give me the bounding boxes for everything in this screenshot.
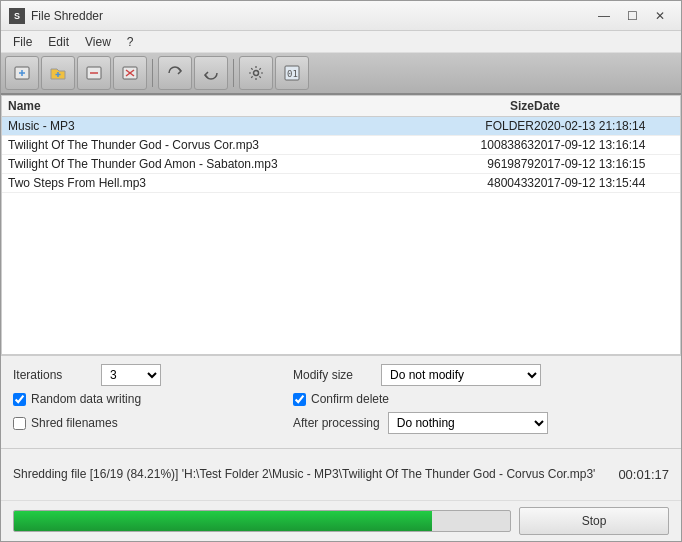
main-window: S File Shredder — ☐ ✕ File Edit View ?: [0, 0, 682, 542]
menu-edit[interactable]: Edit: [40, 33, 77, 51]
menu-bar: File Edit View ?: [1, 31, 681, 53]
settings-button[interactable]: [239, 56, 273, 90]
confirm-delete-label[interactable]: Confirm delete: [293, 392, 389, 406]
minimize-button[interactable]: —: [591, 6, 617, 26]
modify-size-group: Modify size Do not modify Reduce to zero…: [293, 364, 669, 386]
svg-text:01: 01: [287, 69, 298, 79]
window-title: File Shredder: [31, 9, 591, 23]
file-size: 4800433: [434, 176, 534, 190]
maximize-button[interactable]: ☐: [619, 6, 645, 26]
stop-button[interactable]: Stop: [519, 507, 669, 535]
iterations-select[interactable]: 3 1 2 4 5 7 10 35: [101, 364, 161, 386]
file-name: Music - MP3: [8, 119, 434, 133]
col-date-header: Date: [534, 99, 674, 113]
status-panel: Shredding file [16/19 (84.21%)] 'H:\Test…: [1, 448, 681, 500]
clear-button[interactable]: [113, 56, 147, 90]
file-size: 10083863: [434, 138, 534, 152]
title-bar: S File Shredder — ☐ ✕: [1, 1, 681, 31]
random-data-group: Random data writing: [13, 392, 293, 406]
iterations-label: Iterations: [13, 368, 93, 382]
menu-view[interactable]: View: [77, 33, 119, 51]
toolbar-separator-2: [233, 59, 234, 87]
file-date: 2020-02-13 21:18:14: [534, 119, 674, 133]
toolbar-separator-1: [152, 59, 153, 87]
file-name: Two Steps From Hell.mp3: [8, 176, 434, 190]
svg-point-10: [254, 71, 259, 76]
modify-size-select[interactable]: Do not modify Reduce to zero Random size: [381, 364, 541, 386]
file-row[interactable]: Two Steps From Hell.mp3 4800433 2017-09-…: [2, 174, 680, 193]
random-data-checkbox[interactable]: [13, 393, 26, 406]
confirm-delete-group: Confirm delete: [293, 392, 669, 406]
file-row[interactable]: Music - MP3 FOLDER 2020-02-13 21:18:14: [2, 117, 680, 136]
shred-filenames-checkbox[interactable]: [13, 417, 26, 430]
col-size-header: Size: [434, 99, 534, 113]
status-text: Shredding file [16/19 (84.21%)] 'H:\Test…: [13, 466, 597, 483]
iterations-group: Iterations 3 1 2 4 5 7 10 35: [13, 364, 293, 386]
options-row-2: Random data writing Confirm delete: [13, 392, 669, 406]
remove-button[interactable]: [77, 56, 111, 90]
shred-filenames-label[interactable]: Shred filenames: [13, 416, 118, 430]
file-date: 2017-09-12 13:16:15: [534, 157, 674, 171]
close-button[interactable]: ✕: [647, 6, 673, 26]
menu-file[interactable]: File: [5, 33, 40, 51]
file-list-header: Name Size Date: [2, 96, 680, 117]
file-row[interactable]: Twilight Of The Thunder God - Corvus Cor…: [2, 136, 680, 155]
after-processing-label: After processing: [293, 416, 380, 430]
menu-help[interactable]: ?: [119, 33, 142, 51]
info-button[interactable]: 01: [275, 56, 309, 90]
add-files-button[interactable]: [5, 56, 39, 90]
after-processing-group: After processing Do nothing Shutdown Res…: [293, 412, 669, 434]
file-size: FOLDER: [434, 119, 534, 133]
after-processing-select[interactable]: Do nothing Shutdown Restart Hibernate Sl…: [388, 412, 548, 434]
status-time: 00:01:17: [609, 467, 669, 482]
options-row-1: Iterations 3 1 2 4 5 7 10 35 Modify size…: [13, 364, 669, 386]
col-name-header: Name: [8, 99, 434, 113]
file-date: 2017-09-12 13:15:44: [534, 176, 674, 190]
options-panel: Iterations 3 1 2 4 5 7 10 35 Modify size…: [1, 355, 681, 448]
shred-filenames-group: Shred filenames: [13, 416, 293, 430]
file-name: Twilight Of The Thunder God - Corvus Cor…: [8, 138, 434, 152]
progress-track: [13, 510, 511, 532]
progress-fill: [14, 511, 432, 531]
options-row-3: Shred filenames After processing Do noth…: [13, 412, 669, 434]
random-data-label[interactable]: Random data writing: [13, 392, 141, 406]
window-controls: — ☐ ✕: [591, 6, 673, 26]
refresh-button[interactable]: [158, 56, 192, 90]
file-row[interactable]: Twilight Of The Thunder God Amon - Sabat…: [2, 155, 680, 174]
file-list[interactable]: Name Size Date Music - MP3 FOLDER 2020-0…: [1, 95, 681, 355]
modify-size-label: Modify size: [293, 368, 373, 382]
confirm-delete-checkbox[interactable]: [293, 393, 306, 406]
file-date: 2017-09-12 13:16:14: [534, 138, 674, 152]
add-folder-button[interactable]: [41, 56, 75, 90]
file-size: 9619879: [434, 157, 534, 171]
toolbar: 01: [1, 53, 681, 95]
refresh2-button[interactable]: [194, 56, 228, 90]
file-name: Twilight Of The Thunder God Amon - Sabat…: [8, 157, 434, 171]
progress-bar-area: Stop: [1, 500, 681, 541]
app-icon: S: [9, 8, 25, 24]
